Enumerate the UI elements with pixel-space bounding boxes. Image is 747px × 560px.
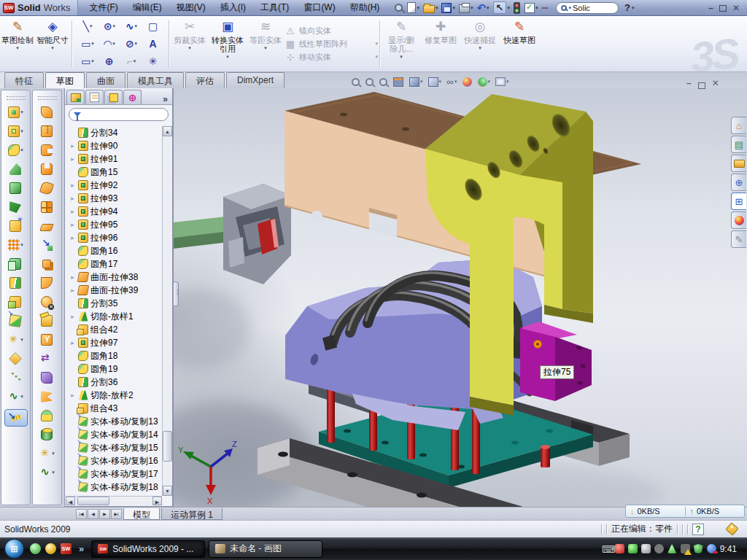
sketch-tool-button[interactable]: A — [142, 35, 164, 52]
quick-launch-icon[interactable] — [45, 543, 56, 554]
taskbar-window-button[interactable]: SWSolidWorks 2009 - ... — [91, 540, 205, 558]
tree-item[interactable]: 圆角15 — [66, 166, 162, 179]
surface-tool-button[interactable]: ▾ — [33, 444, 61, 463]
feature-tool-button[interactable]: ▾ — [1, 141, 30, 160]
command-tab[interactable]: 评估 — [185, 72, 225, 88]
dropdown-arrow-icon[interactable]: ▾ — [452, 5, 455, 11]
tree-item[interactable]: 分割34 — [66, 126, 162, 139]
tab-nav-button[interactable]: |◀ — [76, 509, 87, 519]
menu-item[interactable]: 插入(I) — [214, 0, 252, 15]
messenger-tray-icon[interactable] — [707, 544, 716, 553]
scroll-thumb[interactable] — [77, 497, 109, 505]
tree-item[interactable]: 圆角19 — [66, 362, 162, 376]
tree-item[interactable]: ▸ 曲面-拉伸38 — [66, 271, 162, 284]
dropdown-arrow-icon[interactable]: ▾ — [436, 5, 438, 11]
tree-item[interactable]: ▸ 拉伸96 — [66, 231, 162, 244]
dropdown-arrow-icon[interactable]: ▾ — [487, 5, 489, 11]
task-pane-tab[interactable]: ⊞ — [731, 192, 746, 210]
toolbar-icon-button[interactable]: ▾ — [492, 1, 511, 15]
security-alert-tray-icon[interactable] — [615, 544, 624, 553]
dropdown-arrow-icon[interactable]: ▾ — [20, 147, 23, 153]
scroll-right-button[interactable]: ▶ — [152, 497, 162, 505]
feature-manager-tab[interactable] — [123, 90, 142, 104]
feature-manager-tab[interactable] — [85, 90, 104, 104]
feature-tool-button[interactable] — [1, 273, 30, 292]
ribbon-button[interactable]: ✎ 显示/删除几... ▾ — [382, 16, 421, 71]
dropdown-arrow-icon[interactable]: ▾ — [52, 470, 55, 475]
menu-item[interactable]: 工具(T) — [254, 0, 295, 15]
menu-item[interactable]: 帮助(H) — [344, 0, 387, 15]
surface-tool-button[interactable] — [33, 254, 61, 273]
view-tool-button[interactable] — [393, 77, 404, 87]
panel-overflow-button[interactable]: » — [160, 94, 171, 104]
sketch-tool-button[interactable]: ⊙▾ — [98, 18, 120, 35]
sketch-tool-button[interactable]: ✳ — [142, 52, 164, 70]
tree-vertical-scrollbar[interactable]: ▲ ▼ — [162, 126, 171, 496]
dropdown-arrow-icon[interactable]: ▾ — [471, 5, 473, 11]
expand-arrow-icon[interactable]: ▸ — [69, 339, 76, 346]
menu-item[interactable]: 编辑(E) — [126, 0, 169, 15]
dropdown-arrow-icon[interactable]: ▾ — [20, 337, 23, 343]
tree-item[interactable]: ▸ 拉伸94 — [66, 205, 162, 218]
feature-tool-button[interactable] — [1, 292, 30, 311]
menu-item[interactable]: 窗口(W) — [297, 0, 341, 15]
scroll-up-button[interactable]: ▲ — [163, 126, 172, 136]
ribbon-row-button[interactable]: ⊹ 移动实体 ▾ — [285, 52, 378, 63]
surface-tool-button[interactable]: ▾ — [33, 463, 61, 482]
surface-tool-button[interactable] — [33, 349, 61, 368]
view-tool-button[interactable]: ▾ — [428, 77, 442, 87]
close-button[interactable]: ✕ — [732, 3, 740, 13]
scroll-thumb[interactable] — [163, 431, 172, 462]
toolbar-icon-button[interactable]: ▾ — [422, 2, 440, 14]
expand-arrow-icon[interactable]: ▸ — [69, 234, 76, 241]
tab-nav-button[interactable]: ▶ — [99, 509, 110, 519]
expand-arrow-icon[interactable]: ▸ — [69, 155, 76, 163]
toolbar-icon-button[interactable]: ▾ — [523, 2, 540, 14]
feature-tool-button[interactable] — [1, 179, 30, 198]
start-button[interactable]: ⊞ — [4, 539, 24, 559]
dropdown-arrow-icon[interactable]: ▾ — [507, 5, 510, 11]
dropdown-arrow-icon[interactable]: ▾ — [16, 45, 19, 51]
surface-tool-button[interactable] — [33, 273, 61, 292]
feature-tool-button[interactable]: ▾ — [1, 122, 30, 141]
surface-tool-button[interactable] — [33, 311, 61, 330]
dropdown-arrow-icon[interactable]: ▾ — [20, 394, 23, 400]
toolbar-icon-button[interactable]: ▾ — [406, 1, 421, 14]
surface-tool-button[interactable] — [33, 292, 61, 311]
ribbon-button[interactable]: ✂ 剪裁实体 ▾ — [171, 16, 209, 71]
dropdown-arrow-icon[interactable]: ▾ — [417, 5, 419, 11]
ribbon-button[interactable]: ◈ 智能尺寸 ▾ — [35, 16, 70, 71]
toolbar-icon-button[interactable]: ▾ — [457, 2, 475, 14]
doc-restore-button[interactable] — [698, 82, 705, 89]
menu-item[interactable]: 文件(F) — [82, 0, 124, 15]
surface-tool-button[interactable] — [33, 330, 61, 349]
surface-tool-button[interactable] — [33, 179, 61, 198]
sketch-tool-button[interactable]: ◠▾ — [98, 35, 120, 52]
dropdown-arrow-icon[interactable]: ▾ — [20, 109, 23, 115]
dropdown-arrow-icon[interactable]: ▾ — [51, 45, 54, 51]
restore-button[interactable] — [719, 5, 727, 12]
toolbar-icon-button[interactable] — [393, 3, 405, 12]
toolbar-icon-button[interactable] — [512, 1, 522, 15]
tree-filter-box[interactable] — [69, 108, 169, 121]
task-pane-tab[interactable]: ▤ — [731, 136, 746, 153]
feature-tool-button[interactable]: ▾ — [1, 236, 30, 254]
sketch-tool-button[interactable]: ⊘▾ — [120, 35, 142, 52]
network-warning-tray-icon[interactable] — [681, 544, 690, 553]
feature-tool-button[interactable]: ▾ — [1, 103, 30, 122]
view-tool-button[interactable]: ▾ — [495, 77, 509, 86]
doc-close-button[interactable]: ✕ — [712, 78, 719, 88]
model-tab[interactable]: 模型 — [123, 508, 160, 520]
tree-item[interactable]: 圆角16 — [66, 244, 162, 257]
volume-tray-icon[interactable] — [654, 544, 664, 553]
quick-launch-icon[interactable] — [30, 543, 41, 554]
dropdown-arrow-icon[interactable]: ▾ — [454, 79, 457, 85]
dropdown-arrow-icon[interactable]: ▾ — [226, 54, 229, 60]
expand-arrow-icon[interactable]: ▸ — [69, 392, 76, 399]
dropdown-arrow-icon[interactable]: ▾ — [479, 45, 481, 51]
command-tab[interactable]: 曲面 — [86, 72, 125, 88]
view-tool-button[interactable]: ▾ — [409, 77, 423, 87]
dropdown-arrow-icon[interactable]: ▾ — [91, 41, 94, 47]
dropdown-arrow-icon[interactable]: ▾ — [133, 58, 136, 64]
task-pane-tab[interactable] — [731, 155, 746, 172]
